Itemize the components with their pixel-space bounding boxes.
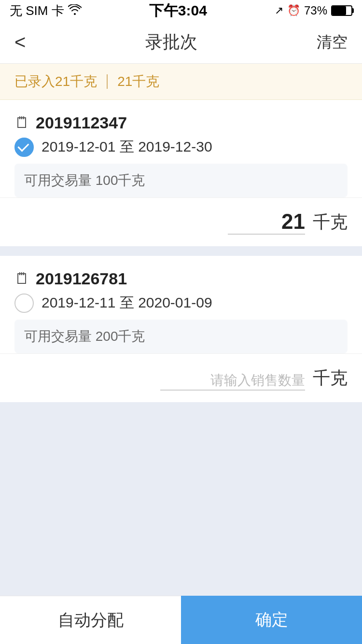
item2-header: 🗒 2019126781 (0, 256, 362, 293)
page-title: 录批次 (145, 30, 197, 54)
item2-qty-row: 千克 (0, 353, 362, 402)
action-bar: 自动分配 确定 (0, 596, 362, 644)
item1-date-range: 2019-12-01 至 2019-12-30 (42, 137, 212, 157)
item2-row[interactable]: 2019-12-11 至 2020-01-09 (0, 293, 362, 320)
wifi-icon (68, 3, 82, 18)
confirm-button[interactable]: 确定 (181, 596, 362, 644)
item1-qty-row: 千克 (0, 197, 362, 246)
no-sim-label: 无 SIM 卡 (10, 2, 64, 19)
item-card-2: 🗒 2019126781 2019-12-11 至 2020-01-09 可用交… (0, 256, 362, 402)
doc-icon-2: 🗒 (14, 270, 30, 288)
back-button[interactable]: < (14, 31, 26, 53)
status-bar: 无 SIM 卡 下午3:04 ↗ ⏰ 73% (0, 0, 362, 21)
alarm-icon: ⏰ (287, 4, 300, 17)
battery-percent: 73% (304, 4, 327, 17)
item-card-1: 🗒 2019112347 2019-12-01 至 2019-12-30 可用交… (0, 100, 362, 246)
doc-icon-1: 🗒 (14, 114, 30, 132)
auto-distribute-button[interactable]: 自动分配 (0, 596, 181, 644)
item2-qty-input[interactable] (160, 365, 305, 391)
info-banner: 已录入21千克 21千克 (0, 64, 362, 100)
section-divider (0, 246, 362, 256)
recorded-label: 已录入21千克 (14, 72, 97, 91)
item1-header: 🗒 2019112347 (0, 100, 362, 137)
item2-qty-unit: 千克 (313, 366, 348, 390)
item1-available: 可用交易量 100千克 (14, 164, 348, 197)
recorded-value: 21千克 (117, 72, 159, 91)
item1-radio[interactable] (14, 138, 34, 157)
item2-radio[interactable] (14, 294, 34, 313)
item1-qty-input[interactable] (228, 210, 305, 235)
item2-id: 2019126781 (36, 269, 127, 288)
nav-bar: < 录批次 清空 (0, 21, 362, 64)
item1-id: 2019112347 (36, 113, 127, 132)
item2-date-range: 2019-12-11 至 2020-01-09 (42, 293, 212, 313)
clear-button[interactable]: 清空 (317, 32, 348, 53)
status-left: 无 SIM 卡 (10, 2, 82, 19)
location-icon: ↗ (275, 4, 283, 17)
item1-row[interactable]: 2019-12-01 至 2019-12-30 (0, 137, 362, 164)
item2-available: 可用交易量 200千克 (14, 320, 348, 353)
status-time: 下午3:04 (149, 1, 207, 21)
battery-icon (331, 5, 352, 16)
bottom-spacer (0, 402, 362, 610)
status-right: ↗ ⏰ 73% (275, 4, 352, 17)
item1-qty-unit: 千克 (313, 210, 348, 234)
banner-divider (107, 74, 108, 89)
